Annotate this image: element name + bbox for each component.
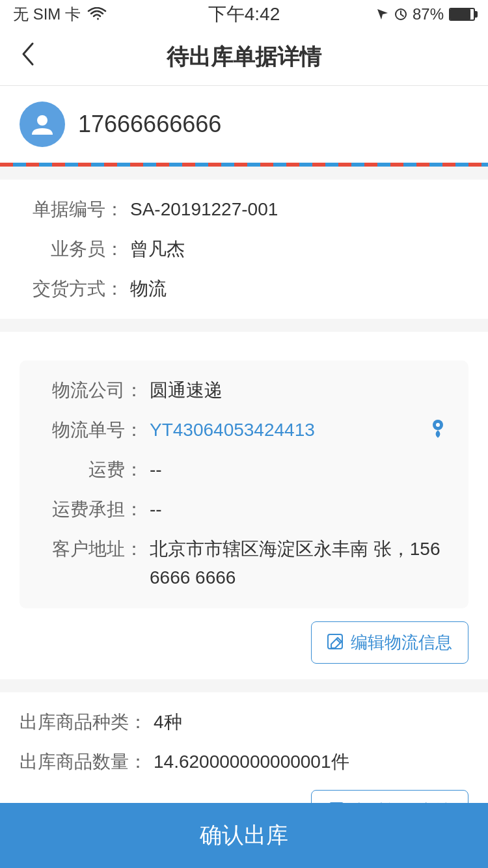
freight-label: 运费： [39, 455, 143, 485]
customer-header: 17666666666 [0, 86, 488, 163]
svg-line-2 [401, 14, 403, 16]
goods-types-value: 4种 [154, 708, 468, 737]
status-time: 下午4:42 [208, 2, 280, 27]
delivery-method-value: 物流 [130, 275, 468, 304]
confirm-outbound-label: 确认出库 [200, 821, 288, 850]
goods-types-label: 出库商品种类： [20, 708, 147, 737]
sales-person-label: 业务员： [20, 235, 124, 264]
freight-bearer-row: 运费承担： -- [39, 495, 449, 524]
order-info-section: 单据编号： SA-20191227-001 业务员： 曾凡杰 交货方式： 物流 [0, 180, 488, 319]
delivery-method-row: 交货方式： 物流 [20, 275, 468, 304]
edit-logistics-label: 编辑物流信息 [351, 631, 452, 654]
order-number-value: SA-20191227-001 [130, 195, 468, 224]
battery-text: 87% [413, 5, 444, 23]
tracking-row: 物流单号： YT43064053424413 [39, 416, 449, 445]
goods-quantity-row: 出库商品数量： 14.620000000000001件 [20, 748, 468, 777]
freight-bearer-label: 运费承担： [39, 495, 143, 524]
status-bar: 无 SIM 卡 下午4:42 87% [0, 0, 488, 29]
sales-person-row: 业务员： 曾凡杰 [20, 235, 468, 264]
goods-types-row: 出库商品种类： 4种 [20, 708, 468, 737]
customer-address-value: 北京市市辖区海淀区永丰南 张，156 6666 6666 [150, 535, 449, 593]
edit-logistics-row: 编辑物流信息 [20, 621, 468, 664]
confirm-outbound-button[interactable]: 确认出库 [0, 803, 488, 868]
logistics-section: 物流公司： 圆通速递 物流单号： YT43064053424413 运费： -- [0, 332, 488, 679]
tracking-value: YT43064053424413 [150, 416, 422, 445]
location-pin-icon[interactable] [427, 416, 449, 438]
status-left: 无 SIM 卡 [13, 4, 107, 25]
sales-person-value: 曾凡杰 [130, 235, 468, 264]
order-number-row: 单据编号： SA-20191227-001 [20, 195, 468, 224]
goods-quantity-value: 14.620000000000001件 [154, 748, 468, 777]
avatar [20, 102, 65, 147]
goods-quantity-label: 出库商品数量： [20, 748, 147, 777]
carrier-text: 无 SIM 卡 [13, 4, 81, 25]
status-right: 87% [376, 5, 475, 23]
nav-bar: 待出库单据详情 [0, 29, 488, 86]
svg-point-3 [37, 115, 47, 126]
clock-icon [394, 8, 407, 21]
logistics-company-label: 物流公司： [39, 376, 143, 405]
location-arrow-icon [376, 8, 389, 21]
logistics-company-row: 物流公司： 圆通速递 [39, 376, 449, 405]
battery-indicator [449, 8, 475, 21]
logistics-company-value: 圆通速递 [150, 376, 449, 405]
order-number-label: 单据编号： [20, 195, 124, 224]
page-title: 待出库单据详情 [167, 42, 321, 72]
customer-address-label: 客户地址： [39, 535, 143, 593]
back-button[interactable] [20, 41, 35, 73]
edit-icon [327, 634, 346, 652]
edit-logistics-button[interactable]: 编辑物流信息 [311, 621, 468, 664]
dashed-divider [0, 163, 488, 167]
customer-address-row: 客户地址： 北京市市辖区海淀区永丰南 张，156 6666 6666 [39, 535, 449, 593]
freight-row: 运费： -- [39, 455, 449, 485]
svg-rect-6 [328, 634, 342, 649]
freight-bearer-value: -- [150, 495, 449, 524]
freight-value: -- [150, 455, 449, 485]
tracking-label: 物流单号： [39, 416, 143, 445]
delivery-method-label: 交货方式： [20, 275, 124, 304]
logistics-card: 物流公司： 圆通速递 物流单号： YT43064053424413 运费： -- [20, 360, 468, 608]
wifi-icon [87, 7, 107, 21]
customer-phone: 17666666666 [78, 111, 221, 138]
svg-point-5 [436, 423, 440, 427]
